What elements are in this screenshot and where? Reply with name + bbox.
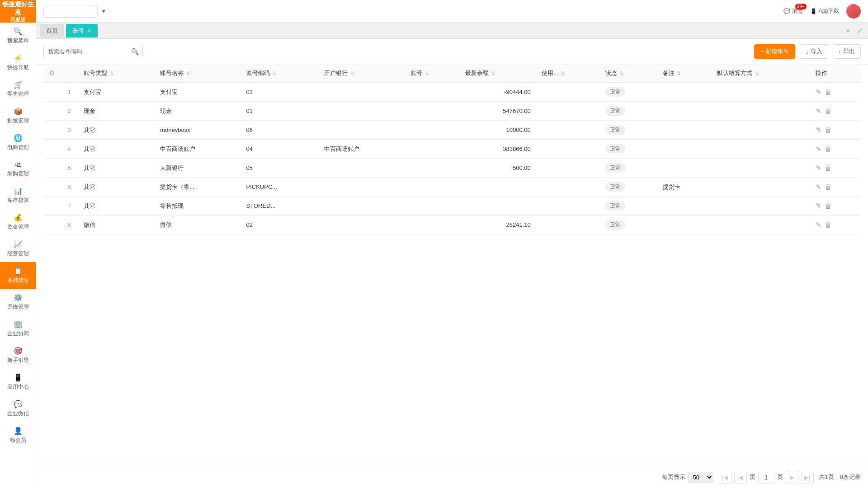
th-settlement[interactable]: 默认结算方式 ⇅ <box>712 65 810 82</box>
row-code: PICKUPC... <box>241 178 319 197</box>
page-number-input[interactable] <box>758 471 774 483</box>
row-settings <box>43 140 60 159</box>
th-bank[interactable]: 开户银行 ⇅ <box>319 65 405 82</box>
sidebar-item-label: 系统管理 <box>7 303 29 311</box>
per-page-selector: 每页显示 50 100 200 <box>662 472 713 483</box>
th-account[interactable]: 账号 ⇅ <box>405 65 460 82</box>
row-bank <box>319 121 405 140</box>
column-settings-icon[interactable]: ⚙ <box>49 69 55 77</box>
sidebar-item-wholesale[interactable]: 📦 批发管理 <box>0 103 36 129</box>
th-remark[interactable]: 备注 ⇅ <box>657 65 712 82</box>
topbar-search-input[interactable] <box>43 5 98 18</box>
row-bank <box>319 102 405 121</box>
th-balance[interactable]: 最新余额 ⇅ <box>460 65 536 82</box>
sidebar-item-quick[interactable]: ⚡ 快捷导航 <box>0 49 36 76</box>
sidebar-item-search[interactable]: 🔍 搜索菜单 <box>0 23 36 49</box>
row-status: 正常 <box>600 140 657 159</box>
app-download-button[interactable]: 📱 App下载 <box>810 7 839 15</box>
edit-button[interactable]: ✎ <box>816 88 821 96</box>
delete-button[interactable]: 🗑 <box>825 107 832 115</box>
maximize-button[interactable]: ⤢ <box>855 26 864 35</box>
topbar: ▾ 💬 消息 99+ 📱 App下载 <box>36 0 868 23</box>
row-account <box>405 178 460 197</box>
export-button[interactable]: ↑ 导出 <box>833 44 861 59</box>
row-type: 现金 <box>78 102 155 121</box>
delete-button[interactable]: 🗑 <box>825 126 832 134</box>
sidebar-item-system[interactable]: ⚙️ 系统管理 <box>0 289 36 315</box>
row-actions: ✎ 🗑 <box>810 140 861 159</box>
tab-close-button[interactable]: ✕ <box>87 28 91 34</box>
import-button[interactable]: ↓ 导入 <box>800 44 828 59</box>
sidebar-item-member[interactable]: 👤 畅会员 <box>0 422 36 449</box>
delete-button[interactable]: 🗑 <box>825 145 832 153</box>
row-settlement <box>712 178 810 197</box>
first-page-button[interactable]: |◀ <box>719 471 731 483</box>
message-button[interactable]: 💬 消息 99+ <box>783 7 803 15</box>
prev-page-button[interactable]: ◀ <box>734 471 747 483</box>
sidebar-item-guide[interactable]: 🎯 新手引导 <box>0 342 36 369</box>
next-page-button[interactable]: ▶ <box>786 471 798 483</box>
row-type: 其它 <box>78 121 155 140</box>
row-settings <box>43 216 60 235</box>
sort-settlement-icon: ⇅ <box>755 70 759 76</box>
sidebar-item-appcenter[interactable]: 📱 应用中心 <box>0 369 36 395</box>
row-bank <box>319 197 405 216</box>
table-row: 6 其它 提货卡（零... PICKUPC... 正常 提货卡 ✎ 🗑 <box>43 178 861 197</box>
sidebar-item-operation[interactable]: 📈 经营管理 <box>0 235 36 262</box>
per-page-select-input[interactable]: 50 100 200 <box>688 472 713 483</box>
edit-button[interactable]: ✎ <box>816 183 821 191</box>
th-code[interactable]: 账号编码 ⇅ <box>241 65 319 82</box>
last-page-button[interactable]: ▶| <box>801 471 814 483</box>
app-logo: 畅捷通好生意 玩服版 <box>0 0 36 23</box>
row-settlement <box>712 82 810 102</box>
sidebar-item-ecommerce[interactable]: 🌐 电商管理 <box>0 129 36 156</box>
edit-button[interactable]: ✎ <box>816 126 821 134</box>
row-account <box>405 82 460 102</box>
edit-button[interactable]: ✎ <box>816 107 821 115</box>
row-remark <box>657 140 712 159</box>
th-actions: 操作 <box>810 65 861 82</box>
delete-button[interactable]: 🗑 <box>825 221 832 229</box>
delete-button[interactable]: 🗑 <box>825 183 832 191</box>
th-usage[interactable]: 使用... ⇅ <box>536 65 600 82</box>
add-account-button[interactable]: + 新增账号 <box>754 44 795 59</box>
sidebar-item-enterprise[interactable]: 🏢 企业协同 <box>0 315 36 342</box>
sidebar-item-capital[interactable]: 💰 资金管理 <box>0 209 36 235</box>
row-name: 支付宝 <box>155 82 241 102</box>
sort-code-icon: ⇅ <box>272 70 276 76</box>
sidebar-item-label: 畅会员 <box>10 436 26 444</box>
edit-button[interactable]: ✎ <box>816 221 821 229</box>
account-search-input[interactable] <box>44 46 127 57</box>
minimize-button[interactable]: ✕ <box>844 26 853 35</box>
sidebar-item-purchase[interactable]: 🛍 采购管理 <box>0 156 36 182</box>
th-type[interactable]: 账号类型 ⇅ <box>78 65 155 82</box>
sidebar-item-inventory[interactable]: 📊 库存核算 <box>0 182 36 209</box>
th-status[interactable]: 状态 ⇅ <box>600 65 657 82</box>
th-name[interactable]: 账号名称 ⇅ <box>155 65 241 82</box>
dropdown-arrow-icon: ▾ <box>102 8 105 14</box>
sidebar-item-retail[interactable]: 🛒 零售管理 <box>0 76 36 103</box>
tab-home[interactable]: 首页 <box>40 24 64 38</box>
sidebar-item-label: 库存核算 <box>7 197 29 204</box>
topbar-dropdown[interactable]: ▾ <box>102 8 105 14</box>
row-num: 2 <box>60 102 78 121</box>
sidebar-item-wechat[interactable]: 💬 企业微信 <box>0 395 36 422</box>
sidebar-item-basic[interactable]: 📋 基础信息 <box>0 262 36 289</box>
edit-button[interactable]: ✎ <box>816 145 821 153</box>
delete-button[interactable]: 🗑 <box>825 164 832 172</box>
guide-icon: 🎯 <box>14 347 23 355</box>
edit-button[interactable]: ✎ <box>816 202 821 210</box>
search-submit-button[interactable]: 🔍 <box>127 45 142 58</box>
delete-button[interactable]: 🗑 <box>825 88 832 96</box>
table-row: 1 支付宝 支付宝 03 -90444.00 正常 ✎ 🗑 <box>43 82 861 102</box>
row-settings <box>43 178 60 197</box>
export-icon: ↑ <box>839 48 842 55</box>
tab-account[interactable]: 账号 ✕ <box>66 24 98 38</box>
row-status: 正常 <box>600 121 657 140</box>
edit-button[interactable]: ✎ <box>816 164 821 172</box>
delete-button[interactable]: 🗑 <box>825 202 832 210</box>
row-name: 提货卡（零... <box>155 178 241 197</box>
row-type: 微信 <box>78 216 155 235</box>
row-settings <box>43 197 60 216</box>
user-avatar[interactable] <box>846 4 861 19</box>
